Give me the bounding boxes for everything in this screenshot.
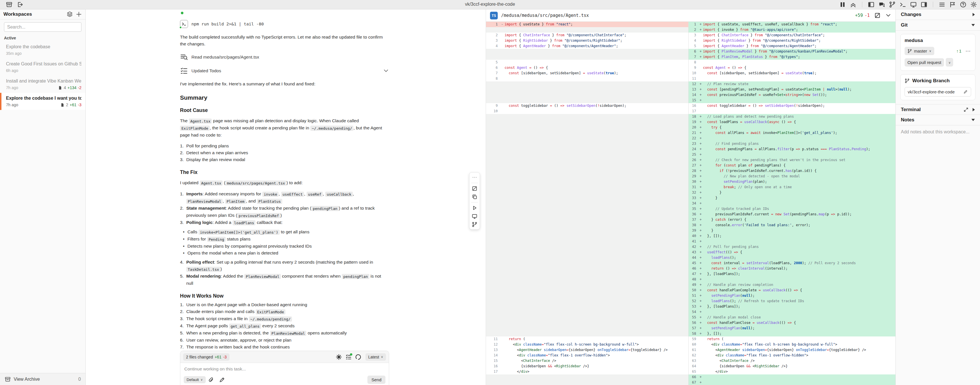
no-preview-icon[interactable] — [874, 12, 881, 19]
floating-toolbar — [469, 172, 480, 230]
code-line — [504, 114, 688, 119]
diff-row-new: 35+ // Update tracked plan IDs — [689, 206, 896, 212]
notes-input[interactable]: Add notes about this workspace... — [896, 126, 980, 138]
message-input[interactable]: Continue working on this task... — [180, 363, 389, 373]
play-icon[interactable] — [472, 205, 477, 211]
monitor-icon[interactable] — [910, 1, 917, 8]
pen-icon[interactable] — [219, 377, 225, 383]
tool-call-row[interactable]: Read medusa/src/pages/Agent.tsx — [180, 53, 389, 61]
git-section-header[interactable]: Git — [896, 20, 980, 30]
pr-options-button[interactable]: ∨ — [946, 58, 953, 67]
collapse-up-icon[interactable] — [850, 1, 857, 8]
archive-icon — [5, 376, 11, 382]
tool-call-row[interactable]: Updated Todos — [180, 67, 389, 75]
panel-left-icon[interactable] — [868, 1, 875, 8]
monitor-icon[interactable] — [472, 213, 477, 219]
list-item: •Calls invoke<PlanItem[]>('get_all_plans… — [180, 229, 389, 235]
paperclip-icon[interactable] — [208, 377, 214, 383]
diff-marker: + — [698, 158, 703, 163]
megaphone-icon[interactable] — [949, 1, 956, 8]
code-line: <AgentHeader sidebarOpen={sidebarOpen} o… — [504, 347, 688, 353]
diff-row-new: 40+ }, []); — [689, 233, 896, 239]
diff-row-old — [486, 141, 688, 146]
diff-marker: + — [698, 125, 703, 130]
diff-marker — [500, 293, 504, 299]
gear-icon[interactable] — [970, 1, 977, 8]
git-branch-icon[interactable] — [472, 222, 477, 228]
code-line: import { PlanItem, PlanStatus } from "@/… — [703, 54, 896, 60]
diff-marker: + — [698, 146, 703, 152]
diff-row-new: 8 — [689, 60, 896, 65]
latest-dropdown[interactable]: Latest ∨ — [366, 353, 386, 361]
workspace-item[interactable]: Install and integrate Vibe Kanban Web7h … — [0, 76, 86, 93]
menu-icon[interactable] — [939, 1, 945, 8]
terminal-section-header[interactable]: Terminal — [896, 104, 980, 115]
sparkle-icon[interactable] — [336, 354, 342, 360]
view-archive-row[interactable]: View Archive 0 — [0, 373, 86, 385]
expand-icon[interactable] — [963, 107, 969, 112]
workspace-item-meta: 35m ago — [6, 51, 81, 56]
chat-bubble-icon[interactable] — [878, 1, 885, 8]
files-changed-button[interactable]: 2 files changed +61 -3 — [183, 353, 229, 361]
diff-row-new: 10 const [sidebarOpen, setSidebarOpen] =… — [689, 70, 896, 76]
code-line: const Agent = () => { — [504, 65, 688, 70]
panel-right-icon[interactable] — [921, 1, 928, 8]
layers-icon[interactable] — [67, 11, 73, 18]
diff-row-new: 13+ const [pendingPlan, setPendingPlan] … — [689, 87, 896, 92]
line-number — [486, 146, 500, 152]
diff-marker — [698, 342, 703, 347]
line-number: 55 — [689, 315, 698, 320]
code-line: import { ChatInterface } from "@/compone… — [504, 33, 688, 38]
diff-marker: + — [698, 92, 703, 98]
open-pull-request-button[interactable]: Open pull request — [905, 58, 944, 67]
code-line — [504, 98, 688, 103]
dots-handle-icon[interactable] — [472, 175, 477, 180]
todos-status-icon[interactable] — [345, 354, 352, 360]
list-item-text: Filters for Pending status plans — [188, 235, 389, 243]
branch-selector[interactable]: master ∨ — [905, 47, 934, 55]
diff-marker: + — [698, 206, 703, 212]
search-input[interactable] — [4, 22, 81, 32]
code-line: const [sidebarOpen, setSidebarOpen] = us… — [504, 70, 688, 76]
line-number: 13 — [486, 347, 500, 353]
no-preview-icon[interactable] — [472, 186, 477, 191]
code-line — [504, 212, 688, 217]
workspace-item[interactable]: Create Good First Issues on Github So p6… — [0, 59, 86, 76]
line-number: 57 — [689, 326, 698, 331]
git-branch-icon[interactable] — [889, 1, 896, 8]
mode-dropdown[interactable]: Default ∨ — [184, 376, 206, 383]
terminal-prompt-icon[interactable] — [899, 1, 906, 8]
list-item: 3.Polling logic: Added a loadPlans callb… — [180, 219, 389, 226]
code-line: console.error('Failed to load plans:', e… — [703, 223, 896, 228]
workspace-item[interactable]: Explore the codebase I want you to exp7h… — [0, 93, 86, 110]
pencil-icon[interactable] — [963, 89, 968, 94]
chevron-down-icon[interactable] — [885, 12, 891, 19]
diff-row-old — [486, 54, 688, 60]
notes-section-header[interactable]: Notes — [896, 115, 980, 126]
copy-icon[interactable] — [472, 194, 477, 200]
pause-icon[interactable] — [839, 1, 846, 8]
working-branch-input[interactable]: vk/3ccf-explore-the-code — [905, 87, 971, 97]
list-item-text: User can review, annotate, approve, or r… — [186, 337, 389, 344]
send-button[interactable]: Send — [368, 375, 385, 384]
more-options-button[interactable]: ⋯ — [966, 48, 971, 54]
code-line — [504, 228, 688, 233]
help-icon[interactable] — [960, 1, 967, 8]
tool-call-row[interactable]: npm run build 2>&1 | tail -80 — [180, 20, 389, 28]
changes-section-header[interactable]: Changes — [896, 10, 980, 20]
diff-row-new: 66+ — [689, 374, 896, 380]
add-workspace-button[interactable] — [76, 11, 82, 18]
diff-marker — [500, 146, 504, 152]
workspace-item[interactable]: Explore the codebase35m ago — [0, 41, 86, 59]
diff-row-old — [486, 152, 688, 158]
diff-marker — [500, 33, 504, 38]
code-line — [504, 173, 688, 179]
diff-row-old: 15 <ChatInterface /> — [486, 358, 688, 364]
chevron-down-icon[interactable] — [383, 68, 389, 74]
diff-row-new: 2+import { invoke } from "@tauri-apps/ap… — [689, 27, 896, 33]
spinner-icon[interactable] — [355, 354, 361, 360]
triangle-right-icon — [972, 108, 975, 111]
diff-row-old — [486, 168, 688, 173]
diff-file-header: TS /medusa/medusa/src/pages/Agent.tsx +5… — [486, 10, 896, 22]
diff-row-old — [486, 179, 688, 185]
